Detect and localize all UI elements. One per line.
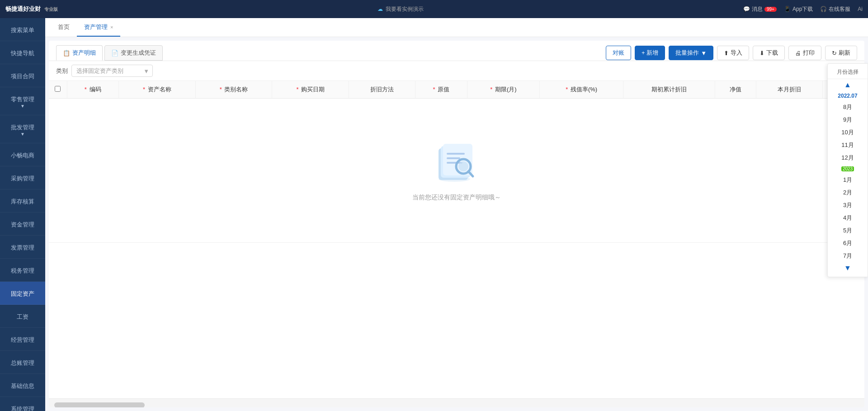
month-item-2023-3[interactable]: 3月 [828,199,868,212]
app-logo-text: 畅捷通好业财 [5,5,41,12]
tab-asset-label: 资产管理 [84,23,108,31]
table-header-checkbox [49,81,67,99]
month-item-11[interactable]: 11月 [828,139,868,151]
col-asset-name: * 资产名称 [118,81,195,99]
svg-point-8 [458,161,468,171]
top-bar-left: 畅捷通好业财 专业版 [5,5,58,13]
sidebar-item-general-ledger[interactable]: 总账管理 [0,351,45,374]
month-item-2023-7[interactable]: 7月 [828,250,868,262]
month-item-2023-1[interactable]: 1月 [828,174,868,186]
batch-ops-button[interactable]: 批量操作 ▼ [669,46,713,60]
category-select[interactable]: 选择固定资产类别 [71,65,153,77]
sidebar-item-project[interactable]: 项目合同 [0,64,45,87]
sidebar-item-fixed-assets[interactable]: 固定资产 [0,282,45,305]
refresh-button[interactable]: ↻ 刷新 [825,46,857,60]
month-item-2023-4[interactable]: 4月 [828,212,868,224]
col-original-value: * 原值 [415,81,467,99]
top-bar-center: ☁ 我要看实例演示 [377,5,424,13]
empty-state-row: 当前您还没有固定资产明细哦～ [49,99,864,243]
tab-close-icon[interactable]: × [110,24,113,30]
app-download-label: App下载 [793,5,813,13]
reconcile-button[interactable]: 对账 [606,46,631,60]
tab-bar: 首页 资产管理 × [45,18,868,37]
sidebar-project-label: 项目合同 [0,72,45,80]
sidebar-item-retail[interactable]: 零售管理 ▼ [0,87,45,115]
empty-text: 当前您还没有固定资产明细哦～ [412,194,501,202]
sidebar-item-payroll[interactable]: 工资 [0,305,45,328]
month-picker-year-2022[interactable]: 2022.07 [828,91,868,101]
wholesale-arrow-icon: ▼ [0,132,45,137]
month-picker-up-arrow[interactable]: ▲ [828,79,868,91]
asset-table: * 编码 * 资产名称 * 类别名称 [49,81,864,243]
sidebar-item-invoice[interactable]: 发票管理 [0,236,45,259]
asset-detail-icon: 📋 [63,50,70,57]
print-button[interactable]: 🖨 打印 [788,46,821,60]
import-icon: ⬆ [724,50,729,57]
main-panel: 📋 资产明细 📄 变更生成凭证 对账 + 新增 [49,41,864,407]
asset-detail-label: 资产明细 [72,49,96,57]
category-select-wrap[interactable]: 选择固定资产类别 ▼ [71,65,153,77]
sidebar-item-quick-nav[interactable]: 快捷导航 [0,41,45,64]
month-item-year-2023[interactable]: 2023 [828,164,868,174]
top-toolbar: 对账 + 新增 批量操作 ▼ ⬆ 导入 [606,46,857,60]
table-wrap: * 编码 * 资产名称 * 类别名称 [49,81,864,398]
sidebar-item-search[interactable]: 搜索菜单 [0,18,45,41]
batch-ops-chevron-icon: ▼ [701,50,707,57]
sidebar-item-wholesale[interactable]: 批发管理 ▼ [0,115,45,143]
month-item-2023-5[interactable]: 5月 [828,224,868,237]
horizontal-scrollbar[interactable] [54,402,145,407]
sidebar-item-tax[interactable]: 税务管理 [0,259,45,282]
sidebar-item-system[interactable]: 系统管理 [0,397,45,411]
empty-state-cell: 当前您还没有固定资产明细哦～ [49,99,864,243]
demo-link[interactable]: 我要看实例演示 [386,5,424,13]
svg-rect-4 [447,153,465,155]
message-button[interactable]: 💬 消息 99+ [743,5,777,13]
col-net-value: 净值 [715,81,756,99]
sub-tab-change-voucher[interactable]: 📄 变更生成凭证 [104,45,163,61]
tab-home[interactable]: 首页 [51,19,77,37]
sub-tab-asset-detail[interactable]: 📋 资产明细 [56,45,103,61]
sidebar-item-purchase[interactable]: 采购管理 [0,166,45,189]
top-bar: 畅捷通好业财 专业版 ☁ 我要看实例演示 💬 消息 99+ 📱 App下载 🎧 … [0,0,868,18]
app-download-button[interactable]: 📱 App下载 [784,5,813,13]
month-item-10[interactable]: 10月 [828,126,868,139]
sidebar-item-operations[interactable]: 经营管理 [0,328,45,351]
add-new-button[interactable]: + 新增 [635,46,665,60]
online-service-button[interactable]: 🎧 在线客服 [820,5,850,13]
month-item-8[interactable]: 8月 [828,101,868,113]
top-bar-right: 💬 消息 99+ 📱 App下载 🎧 在线客服 Ai [743,5,863,13]
empty-illustration [429,139,484,184]
import-button[interactable]: ⬆ 导入 [717,46,749,60]
online-service-label: 在线客服 [829,5,850,13]
col-accumulated-depreciation: 期初累计折旧 [623,81,715,99]
sidebar-item-basic-info[interactable]: 基础信息 [0,374,45,397]
filter-row: 类别 选择固定资产类别 ▼ [49,61,864,81]
svg-rect-5 [447,157,460,159]
month-item-12[interactable]: 12月 [828,151,868,164]
col-monthly-depreciation: 本月折旧 [756,81,823,99]
month-item-9[interactable]: 9月 [828,113,868,126]
col-depreciation-method: 折旧方法 [349,81,415,99]
change-voucher-label: 变更生成凭证 [121,49,156,57]
refresh-icon: ↻ [832,50,837,57]
month-item-2023-6[interactable]: 6月 [828,237,868,250]
tab-asset-mgmt[interactable]: 资产管理 × [77,19,120,37]
col-period: * 期限(月) [467,81,540,99]
sidebar-item-ecommerce[interactable]: 小畅电商 [0,143,45,166]
month-picker-panel: 月份选择 ▲ 2022.07 8月 9月 10月 11月 12月 [827,63,868,277]
col-residual-rate: * 残值率(%) [540,81,623,99]
content-area: 首页 资产管理 × 📋 资产明细 📄 变更生成凭证 [45,18,868,411]
message-icon: 💬 [743,6,750,12]
download-button[interactable]: ⬇ 下载 [753,46,785,60]
month-item-2023-2[interactable]: 2月 [828,186,868,199]
sidebar-item-finance[interactable]: 资金管理 [0,213,45,236]
user-avatar[interactable]: Ai [858,6,863,12]
sidebar-item-inventory[interactable]: 库存核算 [0,189,45,213]
select-all-checkbox[interactable] [55,86,61,92]
sidebar-quicknav-label: 快捷导航 [0,49,45,57]
table-header-row: * 编码 * 资产名称 * 类别名称 [49,81,864,99]
phone-icon: 📱 [784,6,791,12]
main-layout: 搜索菜单 快捷导航 项目合同 零售管理 ▼ 批发管理 ▼ 小畅电商 采购管理 库… [0,18,868,411]
year-badge-2023: 2023 [841,166,854,171]
month-picker-down-arrow[interactable]: ▼ [828,262,868,274]
